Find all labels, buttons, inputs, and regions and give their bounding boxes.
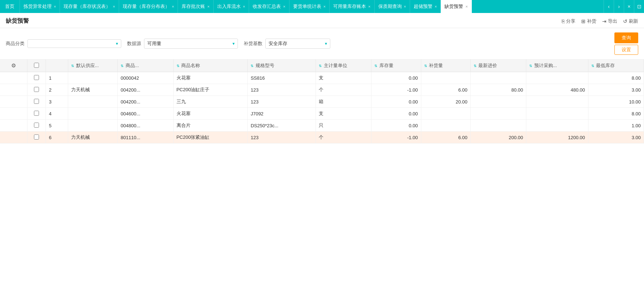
sort-icon-price: ⇅ — [474, 64, 477, 68]
row-checkbox-2[interactable] — [34, 99, 39, 104]
row-checkbox-0[interactable] — [34, 75, 39, 80]
export-icon: ⇥ — [602, 18, 606, 24]
nav-tab-5[interactable]: 出入库流水 × — [214, 0, 249, 13]
nav-tab-9[interactable]: 保质期查询 × — [375, 0, 410, 13]
code-header-label: 商品... — [126, 63, 139, 68]
nav-tab-8[interactable]: 可用量库存账本 × — [330, 0, 374, 13]
spec-cell-0: SS816 — [248, 72, 316, 84]
settings-cell-4 — [0, 120, 27, 132]
minstock-cell-2: 10.00 — [588, 96, 644, 108]
nav-close-btn[interactable]: × — [624, 0, 634, 13]
replenish-column-header[interactable]: ⇅ 补货量 — [421, 59, 470, 72]
nav-tab-1[interactable]: 拣货异常处理 × — [20, 0, 60, 13]
nav-tab-4[interactable]: 库存批次账 × — [178, 0, 213, 13]
spec-header-label: 规格型号 — [256, 63, 274, 68]
unit-cell-5: 个 — [316, 132, 371, 144]
nav-tab-11[interactable]: 缺货预警 × — [441, 0, 471, 13]
spec-column-header[interactable]: ⇅ 规格型号 — [248, 59, 316, 72]
row-num-cell-2: 3 — [46, 96, 68, 108]
refresh-button[interactable]: ↺ 刷新 — [623, 18, 638, 25]
checkbox-cell-5[interactable] — [27, 132, 45, 144]
name-column-header[interactable]: ⇅ 商品名称 — [173, 59, 248, 72]
code-cell-4: 004800... — [118, 120, 173, 132]
close-icon-7[interactable]: × — [323, 4, 326, 9]
price-cell-1: 80.00 — [470, 84, 526, 96]
close-icon-2[interactable]: × — [113, 4, 115, 9]
table-row: 3 004200... 三九 123 箱 0.00 20.00 10.00 — [0, 96, 644, 108]
unit-cell-0: 支 — [316, 72, 371, 84]
gear-icon[interactable]: ⚙ — [11, 62, 16, 69]
share-label: 分享 — [566, 18, 575, 25]
checkbox-cell-3[interactable] — [27, 108, 45, 120]
share-icon: ⎘ — [562, 18, 565, 24]
spec-cell-5: 123 — [248, 132, 316, 144]
export-button[interactable]: ⇥ 导出 — [602, 18, 617, 25]
table-row: 2 力天机械 004200... PC200油缸庄子 123 个 -1.00 6… — [0, 84, 644, 96]
replenish-cell-2: 20.00 — [421, 96, 470, 108]
code-column-header[interactable]: ⇅ 商品... — [118, 59, 173, 72]
estimate-column-header[interactable]: ⇅ 预计采购... — [526, 59, 588, 72]
row-checkbox-5[interactable] — [34, 134, 39, 140]
checkbox-cell-4[interactable] — [27, 120, 45, 132]
code-cell-0: 0000042 — [118, 72, 173, 84]
close-icon-10[interactable]: × — [435, 4, 437, 9]
supplier-header-label: 默认供应... — [76, 63, 99, 68]
nav-tab-label-3: 现存量（库存分布表） — [123, 3, 170, 10]
data-table: ⚙ ⇅ 默认供应... ⇅ 商品... ⇅ — [0, 59, 644, 144]
stock-column-header[interactable]: ⇅ 库存量 — [371, 59, 421, 72]
query-button[interactable]: 查询 — [614, 32, 638, 43]
row-checkbox-3[interactable] — [34, 111, 39, 116]
row-checkbox-4[interactable] — [34, 123, 39, 128]
name-cell-1: PC200油缸庄子 — [173, 84, 248, 96]
nav-tab-label-4: 库存批次账 — [182, 3, 205, 10]
checkbox-column-header[interactable] — [27, 59, 45, 72]
minstock-cell-0: 8.00 — [588, 72, 644, 84]
datasource-select[interactable]: 可用量 ▾ — [144, 39, 238, 49]
checkbox-cell-0[interactable] — [27, 72, 45, 84]
nav-tab-6[interactable]: 收发存汇总表 × — [249, 0, 289, 13]
estimate-cell-2 — [526, 96, 588, 108]
replenish-cell-0 — [421, 72, 470, 84]
price-column-header[interactable]: ⇅ 最新进价 — [470, 59, 526, 72]
close-icon-9[interactable]: × — [404, 4, 406, 9]
nav-next-btn[interactable]: › — [614, 0, 624, 13]
filter-actions: 查询 设置 — [614, 32, 638, 55]
page-title: 缺货预警 — [6, 17, 29, 25]
sort-icon-spec: ⇅ — [251, 64, 253, 68]
checkbox-cell-1[interactable] — [27, 84, 45, 96]
nav-expand-btn[interactable]: ⊡ — [634, 0, 644, 13]
nav-tab-label-1: 拣货异常处理 — [23, 3, 52, 10]
name-cell-2: 三九 — [173, 96, 248, 108]
close-icon-1[interactable]: × — [54, 4, 56, 9]
select-all-checkbox[interactable] — [34, 63, 39, 68]
nav-tab-2[interactable]: 现存量（库存状况表） × — [60, 0, 119, 13]
supplier-column-header[interactable]: ⇅ 默认供应... — [68, 59, 118, 72]
close-icon-3[interactable]: × — [172, 4, 174, 9]
share-button[interactable]: ⎘ 分享 — [562, 18, 575, 25]
minstock-column-header[interactable]: ⇅ 最低库存 — [588, 59, 644, 72]
nav-tab-10[interactable]: 超储预警 × — [410, 0, 441, 13]
nav-home[interactable]: 首页 — [0, 0, 20, 13]
table-row: 6 力天机械 801110... PC200张紧油缸 123 个 -1.00 6… — [0, 132, 644, 144]
close-icon-8[interactable]: × — [368, 4, 370, 9]
nav-tab-3[interactable]: 现存量（库存分布表） × — [119, 0, 178, 13]
close-icon-5[interactable]: × — [243, 4, 245, 9]
settings-column-header[interactable]: ⚙ — [0, 59, 27, 72]
close-icon-4[interactable]: × — [207, 4, 209, 9]
supplier-cell-5: 力天机械 — [68, 132, 118, 144]
price-cell-5: 200.00 — [470, 132, 526, 144]
unit-column-header[interactable]: ⇅ 主计量单位 — [316, 59, 371, 72]
category-select[interactable]: ▾ — [27, 39, 121, 48]
nav-prev-btn[interactable]: ‹ — [604, 0, 614, 13]
close-icon-11[interactable]: × — [465, 4, 467, 9]
settings-button[interactable]: 设置 — [614, 45, 638, 55]
replenish-button[interactable]: ⊞ 补货 — [581, 18, 596, 25]
close-icon-6[interactable]: × — [283, 4, 285, 9]
replenish-select[interactable]: 安全库存 ▾ — [265, 39, 330, 49]
row-checkbox-1[interactable] — [34, 87, 39, 92]
supplier-cell-3 — [68, 108, 118, 120]
stock-header-label: 库存量 — [379, 63, 393, 68]
nav-tab-7[interactable]: 要货单统计表 × — [290, 0, 330, 13]
checkbox-cell-2[interactable] — [27, 96, 45, 108]
spec-cell-2: 123 — [248, 96, 316, 108]
